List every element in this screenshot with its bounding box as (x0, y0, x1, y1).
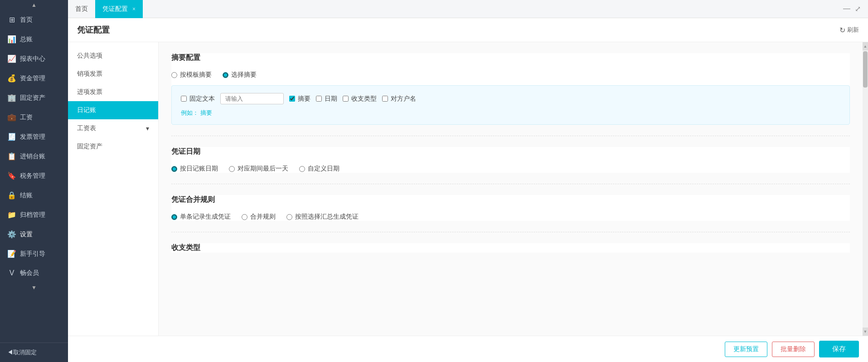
sidebar-item-settings[interactable]: ⚙️ 设置 (0, 225, 68, 244)
summary-template-option[interactable]: 按模板摘要 (171, 71, 212, 79)
single-record-label: 单条记录生成凭证 (180, 213, 231, 221)
scroll-thumb[interactable] (863, 51, 868, 88)
journal-date-radio[interactable] (171, 166, 177, 172)
summary-template-radio[interactable] (171, 72, 177, 78)
left-nav-item-sales-invoice[interactable]: 销项发票 (68, 65, 158, 83)
minimize-icon[interactable]: — (843, 5, 850, 13)
scroll-up-arrow[interactable]: ▲ (863, 42, 868, 50)
type-option[interactable]: 收支类型 (343, 95, 377, 103)
sidebar-item-tax[interactable]: 🔖 税务管理 (0, 166, 68, 186)
date-label: 日期 (325, 95, 337, 103)
scrollbar: ▲ ▼ (863, 42, 868, 336)
journal-date-option[interactable]: 按日记账日期 (171, 165, 218, 173)
sidebar-item-member[interactable]: V 畅会员 (0, 264, 68, 283)
sidebar-item-fund[interactable]: 💰 资金管理 (0, 68, 68, 88)
period-last-radio[interactable] (229, 166, 235, 172)
merge-rule-radio-row: 单条记录生成凭证 合并规则 按照选择汇总生成凭证 (171, 213, 850, 221)
content-area: 凭证配置 ↻ 刷新 公共选项 销项发票 进项发票 日记账 (68, 18, 868, 362)
single-record-radio[interactable] (171, 214, 177, 220)
custom-date-label: 自定义日期 (308, 165, 339, 173)
type-label: 收支类型 (351, 95, 377, 103)
period-last-label: 对应期间最后一天 (238, 165, 288, 173)
summary-select-label: 选择摘要 (231, 71, 257, 79)
settings-icon: ⚙️ (7, 230, 16, 239)
divider-2 (171, 184, 850, 184)
type-checkbox[interactable] (343, 96, 349, 102)
select-total-radio[interactable] (286, 214, 292, 220)
scroll-down-arrow[interactable]: ▼ (863, 328, 868, 336)
sidebar-scroll-down[interactable]: ▼ (0, 283, 68, 293)
single-record-option[interactable]: 单条记录生成凭证 (171, 213, 231, 221)
merge-rule-option[interactable]: 合并规则 (242, 213, 276, 221)
summary-template-label: 按模板摘要 (180, 71, 212, 79)
update-preview-button[interactable]: 更新预置 (725, 342, 767, 357)
sidebar-item-archive[interactable]: 📁 归档管理 (0, 205, 68, 225)
voucher-date-title: 凭证日期 (171, 147, 850, 157)
sidebar-item-sales[interactable]: 📋 进销台账 (0, 147, 68, 166)
sidebar-item-report[interactable]: 📈 报表中心 (0, 49, 68, 68)
summary-select-option[interactable]: 选择摘要 (223, 71, 257, 79)
archive-icon: 📁 (7, 210, 16, 219)
sidebar-item-label: 设置 (20, 230, 33, 239)
main-area: 首页 凭证配置 × — ⤢ 凭证配置 ↻ 刷新 公共选项 (68, 0, 868, 362)
voucher-date-radio-row: 按日记账日期 对应期间最后一天 自定义日期 (171, 165, 850, 173)
sidebar-item-label: 新手引导 (20, 250, 45, 258)
sidebar-item-home[interactable]: ⊞ 首页 (0, 10, 68, 29)
close-account-icon: 🔒 (7, 191, 16, 200)
sidebar-item-invoice[interactable]: 🧾 发票管理 (0, 127, 68, 147)
ledger-icon: 📊 (7, 35, 16, 44)
save-button[interactable]: 保存 (819, 341, 859, 357)
counterpart-checkbox[interactable] (382, 96, 388, 102)
fund-icon: 💰 (7, 74, 16, 83)
sidebar-item-asset[interactable]: 🏢 固定资产 (0, 88, 68, 108)
left-nav-item-journal[interactable]: 日记账 (68, 101, 158, 119)
fixed-text-label: 固定文本 (189, 95, 215, 103)
page-header: 凭证配置 ↻ 刷新 (68, 18, 868, 42)
summary-checkbox-row: 固定文本 摘要 日期 (181, 93, 840, 104)
tab-close-icon[interactable]: × (132, 6, 136, 12)
tab-voucher[interactable]: 凭证配置 × (95, 0, 143, 18)
sidebar-scroll-up[interactable]: ▲ (0, 0, 68, 10)
period-last-option[interactable]: 对应期间最后一天 (229, 165, 288, 173)
left-nav-item-fixed-asset[interactable]: 固定资产 (68, 137, 158, 156)
fixed-text-option[interactable]: 固定文本 (181, 95, 215, 103)
counterpart-label: 对方户名 (391, 95, 416, 103)
fixed-text-input[interactable] (220, 93, 284, 104)
fixed-text-checkbox[interactable] (181, 96, 187, 102)
merge-rule-radio[interactable] (242, 214, 247, 220)
left-nav-item-payroll[interactable]: 工资表 ▾ (68, 119, 158, 137)
custom-date-option[interactable]: 自定义日期 (299, 165, 339, 173)
select-total-label: 按照选择汇总生成凭证 (295, 213, 359, 221)
date-option[interactable]: 日期 (316, 95, 337, 103)
summary-select-radio[interactable] (223, 72, 228, 78)
summary-checkbox[interactable] (289, 96, 295, 102)
maximize-icon[interactable]: ⤢ (855, 5, 861, 13)
sidebar-item-salary[interactable]: 💼 工资 (0, 108, 68, 127)
tab-home[interactable]: 首页 (68, 0, 95, 18)
date-checkbox[interactable] (316, 96, 322, 102)
refresh-icon: ↻ (839, 26, 845, 34)
merge-rule-title: 凭证合并规则 (171, 195, 850, 205)
refresh-label: 刷新 (847, 26, 859, 34)
left-nav-item-input-invoice[interactable]: 进项发票 (68, 83, 158, 101)
journal-date-label: 按日记账日期 (180, 165, 218, 173)
refresh-button[interactable]: ↻ 刷新 (839, 26, 859, 34)
summary-config-box: 固定文本 摘要 日期 (171, 85, 850, 125)
divider-1 (171, 136, 850, 136)
counterpart-option[interactable]: 对方户名 (382, 95, 416, 103)
sidebar-unpin-button[interactable]: ◀取消固定 (0, 342, 68, 362)
divider-3 (171, 232, 850, 232)
select-total-option[interactable]: 按照选择汇总生成凭证 (286, 213, 359, 221)
right-content: 摘要配置 按模板摘要 选择摘要 (159, 42, 863, 336)
sidebar-item-ledger[interactable]: 📊 总账 (0, 29, 68, 49)
sidebar-item-close[interactable]: 🔒 结账 (0, 186, 68, 205)
custom-date-radio[interactable] (299, 166, 305, 172)
left-nav-item-public[interactable]: 公共选项 (68, 47, 158, 65)
page-title: 凭证配置 (77, 24, 110, 35)
summary-option[interactable]: 摘要 (289, 95, 310, 103)
sidebar-item-label: 结账 (20, 191, 33, 200)
batch-delete-button[interactable]: 批量删除 (772, 342, 815, 357)
merge-rule-section: 凭证合并规则 单条记录生成凭证 合并规则 (171, 195, 850, 221)
sidebar-item-label: 发票管理 (20, 133, 45, 141)
sidebar-item-guide[interactable]: 📝 新手引导 (0, 244, 68, 264)
